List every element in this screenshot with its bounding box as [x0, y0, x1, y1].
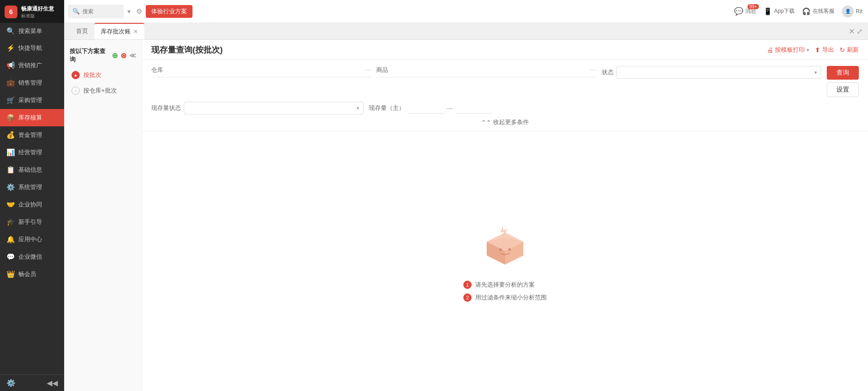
tab-home-label: 首页 — [76, 27, 88, 35]
sidebar-item-label: 系统管理 — [18, 183, 42, 191]
inventory-status-select[interactable]: ▾ — [184, 102, 363, 114]
action-buttons: 查询 设置 — [827, 66, 859, 97]
panel-item-batch-label: 按批次 — [83, 71, 101, 79]
sidebar-item-basic[interactable]: 📋 基础信息 — [0, 161, 64, 179]
messages-btn[interactable]: 💬 消息 99+ — [734, 7, 756, 16]
sidebar-item-appcenter[interactable]: 🔔 应用中心 — [0, 231, 64, 248]
print-icon: 🖨 — [767, 46, 773, 54]
messages-badge: 99+ — [747, 4, 759, 9]
sidebar-item-newbie[interactable]: 🎓 新手引导 — [0, 213, 64, 231]
print-dropdown-icon: ▾ — [807, 47, 809, 53]
panel-item-warehouse-batch[interactable]: ○ 按仓库+批次 — [64, 83, 142, 98]
collapse-label: 收起更多条件 — [493, 118, 529, 126]
export-icon: ⬆ — [815, 46, 820, 54]
filter-row-1: 仓库 ··· 商品 ··· 状态 ▾ — [151, 66, 859, 97]
member-icon: 👑 — [6, 270, 15, 278]
sidebar-item-finance[interactable]: 💰 资金管理 — [0, 126, 64, 144]
panel-item-batch[interactable]: ● 按批次 — [64, 67, 142, 83]
user-menu[interactable]: 👤 Rit — [842, 5, 863, 17]
inventory-icon: 📦 — [6, 114, 15, 122]
refresh-label: 刷新 — [847, 46, 859, 54]
basic-icon: 📋 — [6, 166, 15, 174]
qty-from-input[interactable] — [407, 103, 444, 114]
sidebar-item-label: 快捷导航 — [18, 44, 42, 52]
online-service-label: 在线客服 — [813, 7, 835, 15]
sidebar-item-label: 应用中心 — [18, 235, 42, 244]
status-label: 状态 — [602, 68, 614, 76]
query-button[interactable]: 查询 — [827, 66, 859, 80]
topbar-left: 🔍 ▾ ⚙ 体验行业方案 — [68, 5, 731, 18]
sidebar-item-marketing[interactable]: 📢 营销推广 — [0, 57, 64, 74]
inv-status-arrow-icon: ▾ — [357, 105, 359, 111]
print-button[interactable]: 🖨 按模板打印 ▾ — [767, 46, 809, 54]
search-input[interactable] — [82, 8, 119, 15]
sidebar-nav: 🔍 搜索菜单 ⚡ 快捷导航 📢 营销推广 💼 销售管理 🛒 采购管理 📦 库存核… — [0, 23, 64, 375]
warehouse-dot: ○ — [71, 87, 80, 95]
inventory-status-filter: 现存量状态 ▾ — [151, 102, 363, 114]
inventory-qty-filter: 现存量（主） — — [369, 103, 581, 114]
warehouse-input[interactable] — [166, 67, 362, 74]
qty-dash: — — [447, 105, 453, 112]
sidebar-item-purchase[interactable]: 🛒 采购管理 — [0, 92, 64, 109]
filter-row-2: 现存量状态 ▾ 现存量（主） — — [151, 102, 859, 114]
sidebar-item-sales[interactable]: 💼 销售管理 — [0, 74, 64, 92]
export-button[interactable]: ⬆ 导出 — [815, 46, 834, 54]
sidebar-item-label: 库存核算 — [18, 114, 42, 122]
sidebar: 6 畅康通好生意 标准版 🔍 搜索菜单 ⚡ 快捷导航 📢 营销推广 💼 销售管理… — [0, 0, 64, 391]
sidebar-item-label: 新手引导 — [18, 218, 42, 226]
user-initial: 👤 — [845, 9, 851, 14]
sidebar-item-system[interactable]: ⚙️ 系统管理 — [0, 179, 64, 196]
sidebar-item-search[interactable]: 🔍 搜索菜单 — [0, 23, 64, 39]
empty-illustration — [478, 217, 533, 272]
panel-title: 按以下方案查询 ⊕ ⊛ ≪ — [64, 44, 142, 67]
topbar-gear-icon[interactable]: ⚙ — [136, 7, 142, 16]
sales-icon: 💼 — [6, 79, 15, 87]
search-box[interactable]: 🔍 — [68, 5, 124, 18]
panel-collapse-icon[interactable]: ≪ — [129, 52, 136, 59]
sidebar-item-collab[interactable]: 🤝 企业协同 — [0, 196, 64, 213]
refresh-button[interactable]: ↻ 刷新 — [840, 46, 859, 54]
empty-step-2: 2 用过滤条件来缩小分析范围 — [463, 293, 547, 302]
sidebar-item-label: 采购管理 — [18, 96, 42, 104]
setting-button[interactable]: 设置 — [827, 82, 859, 97]
empty-svg — [478, 217, 533, 272]
warehouse-more-icon[interactable]: ··· — [365, 66, 371, 74]
page-actions: 🖨 按模板打印 ▾ ⬆ 导出 ↻ 刷新 — [767, 46, 859, 54]
sidebar-item-operations[interactable]: 📊 经营管理 — [0, 144, 64, 161]
warehouse-label: 仓库 — [151, 66, 163, 74]
sidebar-item-label: 企业微信 — [18, 253, 42, 261]
panel-add-icon[interactable]: ⊕ — [112, 51, 118, 60]
topbar: 🔍 ▾ ⚙ 体验行业方案 💬 消息 99+ 📱 App下载 🎧 在线客服 — [64, 0, 868, 23]
finance-icon: 💰 — [6, 131, 15, 139]
tab-close-icon[interactable]: ✕ — [133, 28, 138, 35]
sidebar-item-label: 资金管理 — [18, 131, 42, 139]
window-close-icon[interactable]: ✕ — [849, 27, 855, 36]
newbie-icon: 🎓 — [6, 218, 15, 226]
window-expand-icon[interactable]: ⤢ — [857, 27, 863, 36]
product-more-icon[interactable]: ··· — [590, 66, 596, 74]
settings-icon[interactable]: ⚙️ — [6, 379, 16, 387]
warehouse-filter: 仓库 ··· — [151, 66, 371, 77]
tab-home[interactable]: 首页 — [70, 23, 94, 39]
sidebar-item-member[interactable]: 👑 畅会员 — [0, 266, 64, 283]
sidebar-item-inventory[interactable]: 📦 库存核算 — [0, 109, 64, 126]
tab-inventory-batch[interactable]: 库存批次账 ✕ — [94, 23, 144, 39]
app-download-btn[interactable]: 📱 App下载 — [764, 7, 795, 16]
panel-config-icon[interactable]: ⊛ — [121, 51, 126, 60]
qty-to-input[interactable] — [456, 103, 492, 114]
status-select[interactable]: ▾ — [616, 66, 821, 79]
sidebar-item-wxwork[interactable]: 💬 企业微信 — [0, 248, 64, 266]
collapse-icon[interactable]: ◀◀ — [47, 379, 58, 387]
collab-icon: 🤝 — [6, 201, 15, 209]
panel-actions: ⊕ ⊛ ≪ — [112, 51, 136, 60]
sidebar-item-quicknav[interactable]: ⚡ 快捷导航 — [0, 39, 64, 57]
product-label: 商品 — [376, 66, 388, 74]
step-2-text: 用过滤条件来缩小分析范围 — [475, 293, 547, 302]
empty-step-1: 1 请先选择要分析的方案 — [463, 281, 547, 289]
product-input[interactable] — [391, 67, 587, 74]
collapse-btn[interactable]: ⌃⌃ 收起更多条件 — [151, 118, 859, 126]
experience-button[interactable]: 体验行业方案 — [146, 5, 192, 18]
sidebar-item-label: 经营管理 — [18, 148, 42, 157]
online-service-btn[interactable]: 🎧 在线客服 — [802, 7, 835, 16]
topbar-dropdown-icon[interactable]: ▾ — [127, 8, 131, 15]
